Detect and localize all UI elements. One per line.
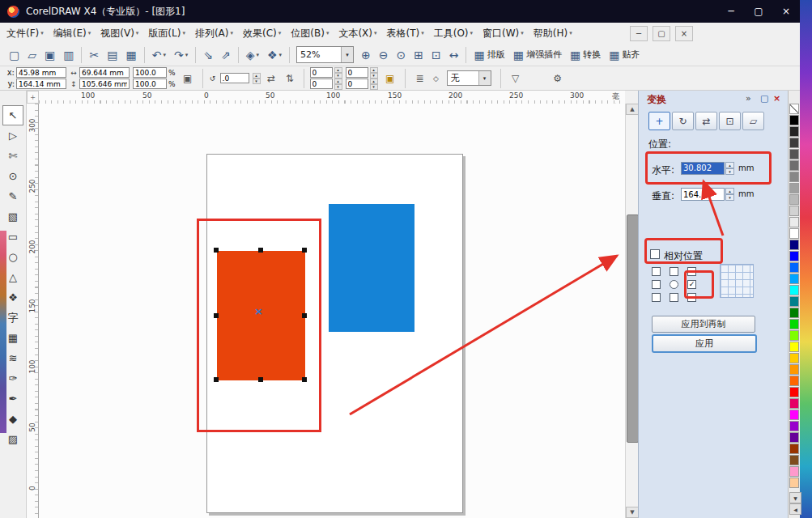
color-swatch[interactable] bbox=[789, 444, 799, 454]
corner-radius-top-right-input[interactable] bbox=[346, 67, 368, 78]
scroll-up-button[interactable]: ▲ bbox=[626, 104, 639, 115]
spinner-down-icon[interactable]: ▾ bbox=[370, 73, 378, 79]
close-button[interactable]: × bbox=[772, 0, 800, 23]
menu-item-help[interactable]: 帮助(H)▾ bbox=[527, 24, 576, 42]
spinner-up-icon[interactable]: ▴ bbox=[370, 79, 378, 84]
color-swatch[interactable] bbox=[789, 376, 799, 386]
shape-tool[interactable]: ▷ bbox=[2, 125, 23, 146]
anchor-bottom-left-checkbox[interactable] bbox=[652, 293, 661, 302]
color-swatch[interactable] bbox=[789, 115, 799, 125]
document-restore-button[interactable]: ▢ bbox=[653, 26, 670, 41]
blue-rectangle[interactable] bbox=[329, 204, 415, 332]
spinner-up-icon[interactable]: ▴ bbox=[370, 67, 378, 73]
color-swatch[interactable] bbox=[789, 149, 799, 159]
color-swatch[interactable] bbox=[789, 308, 799, 318]
scale-vertical-input[interactable] bbox=[133, 79, 167, 89]
scroll-thumb[interactable] bbox=[627, 214, 639, 443]
docker-skew-tab[interactable]: ▱ bbox=[742, 112, 764, 130]
crop-tool[interactable]: ✄ bbox=[2, 146, 23, 166]
spinner-down-icon[interactable]: ▾ bbox=[253, 79, 261, 84]
scale-horizontal-input[interactable] bbox=[133, 67, 167, 78]
color-swatch[interactable] bbox=[789, 342, 799, 352]
welcome-screen-button[interactable]: ❖▾ bbox=[264, 45, 285, 65]
enhanced-plugins-button[interactable]: ▦增强插件 bbox=[510, 45, 565, 65]
menu-item-table[interactable]: 表格(T)▾ bbox=[380, 24, 427, 42]
palette-scroll-down-button[interactable]: ▼ bbox=[789, 492, 801, 503]
anchor-top-left-checkbox[interactable] bbox=[652, 267, 661, 276]
wrap-text-button[interactable]: ≣ bbox=[411, 68, 429, 89]
corner-spinner[interactable]: ▴▾ bbox=[334, 79, 342, 89]
save-button[interactable]: ▣ bbox=[41, 45, 58, 65]
color-swatch[interactable] bbox=[789, 466, 799, 477]
vertical-spinner[interactable]: ▴▾ bbox=[725, 188, 734, 201]
color-swatch[interactable] bbox=[789, 138, 799, 148]
pick-tool[interactable]: ↖ bbox=[2, 105, 23, 125]
color-swatch[interactable] bbox=[789, 455, 799, 465]
color-swatch[interactable] bbox=[789, 228, 799, 239]
color-swatch[interactable] bbox=[789, 240, 799, 250]
mirror-vertical-button[interactable]: ⇅ bbox=[283, 69, 298, 88]
spinner-up-icon[interactable]: ▴ bbox=[253, 73, 261, 79]
menu-item-text[interactable]: 文本(X)▾ bbox=[332, 24, 380, 42]
color-swatch[interactable] bbox=[789, 330, 799, 341]
zoom-in-button[interactable]: ⊕ bbox=[358, 45, 374, 65]
convert-plugin-button[interactable]: ▦转换 bbox=[567, 45, 604, 65]
canvas-vertical-scrollbar[interactable]: ▲ ▼ bbox=[625, 104, 639, 518]
anchor-bottom-center-checkbox[interactable] bbox=[670, 293, 678, 302]
corner-radius-bottom-left-input[interactable] bbox=[310, 79, 333, 89]
color-swatch[interactable] bbox=[789, 194, 799, 205]
object-width-input[interactable] bbox=[79, 67, 130, 78]
zoom-width-button[interactable]: ↔ bbox=[446, 45, 462, 65]
menu-item-view[interactable]: 视图(V)▾ bbox=[94, 24, 142, 42]
document-minimize-button[interactable]: ─ bbox=[630, 26, 648, 41]
vertical-ruler[interactable]: 300250200150100500 bbox=[27, 104, 39, 518]
color-swatch[interactable] bbox=[789, 183, 799, 193]
no-color-swatch[interactable] bbox=[789, 104, 799, 114]
palette-flyout-button[interactable]: ◀ bbox=[789, 503, 801, 515]
mirror-horizontal-button[interactable]: ⇄ bbox=[264, 69, 279, 88]
copy-button[interactable]: ▤ bbox=[104, 45, 121, 65]
cut-button[interactable]: ✂ bbox=[86, 45, 102, 65]
docker-position-tab[interactable]: + bbox=[648, 112, 670, 130]
color-swatch[interactable] bbox=[789, 274, 799, 284]
spinner-down-icon[interactable]: ▾ bbox=[370, 84, 378, 90]
print-button[interactable]: ▥ bbox=[60, 45, 77, 65]
color-swatch[interactable] bbox=[789, 217, 799, 227]
new-document-button[interactable]: ▢ bbox=[6, 45, 23, 65]
typesetting-plugin-button[interactable]: ▦排版 bbox=[470, 45, 508, 65]
docker-scale-mirror-tab[interactable]: ⇄ bbox=[695, 112, 717, 130]
lock-corners-button[interactable]: ▣ bbox=[381, 68, 399, 89]
apply-to-duplicate-button[interactable]: 应用到再制 bbox=[652, 316, 755, 333]
vertical-value-text[interactable] bbox=[682, 189, 727, 200]
docker-rotate-tab[interactable]: ↻ bbox=[672, 112, 694, 130]
snap-to-button[interactable]: ▦贴齐 bbox=[606, 45, 643, 65]
color-swatch[interactable] bbox=[789, 262, 799, 273]
zoom-page-button[interactable]: ⊡ bbox=[428, 45, 444, 65]
menu-item-layout[interactable]: 版面(L)▾ bbox=[142, 24, 189, 42]
color-swatch[interactable] bbox=[789, 353, 799, 363]
vertical-value-input[interactable] bbox=[681, 188, 725, 201]
application-launcher-button[interactable]: ◈▾ bbox=[243, 45, 262, 65]
color-swatch[interactable] bbox=[789, 364, 799, 375]
anchor-middle-left-checkbox[interactable] bbox=[652, 280, 661, 289]
object-x-input[interactable] bbox=[16, 67, 66, 78]
color-swatch[interactable] bbox=[789, 387, 799, 397]
scroll-down-button[interactable]: ▼ bbox=[626, 507, 639, 518]
maximize-button[interactable]: ▢ bbox=[745, 0, 772, 23]
convert-to-curves-button[interactable]: ▽ bbox=[507, 68, 525, 89]
rotation-spinner[interactable]: ▴▾ bbox=[253, 73, 261, 83]
color-swatch[interactable] bbox=[789, 172, 799, 182]
horizontal-ruler[interactable]: 毫米10050050100150200250300 bbox=[39, 91, 625, 104]
spinner-up-icon[interactable]: ▴ bbox=[334, 67, 342, 73]
color-swatch[interactable] bbox=[789, 478, 799, 488]
color-swatch[interactable] bbox=[789, 285, 799, 295]
export-button[interactable]: ⇗ bbox=[218, 45, 234, 65]
apply-button[interactable]: 应用 bbox=[652, 334, 757, 353]
color-swatch[interactable] bbox=[789, 251, 799, 261]
color-swatch[interactable] bbox=[789, 206, 799, 216]
settings-gear-button[interactable]: ⚙ bbox=[549, 68, 567, 89]
canvas[interactable]: × bbox=[39, 104, 625, 518]
object-height-input[interactable] bbox=[79, 79, 130, 89]
corner-radius-top-left-input[interactable] bbox=[310, 67, 333, 78]
color-swatch[interactable] bbox=[789, 421, 799, 431]
